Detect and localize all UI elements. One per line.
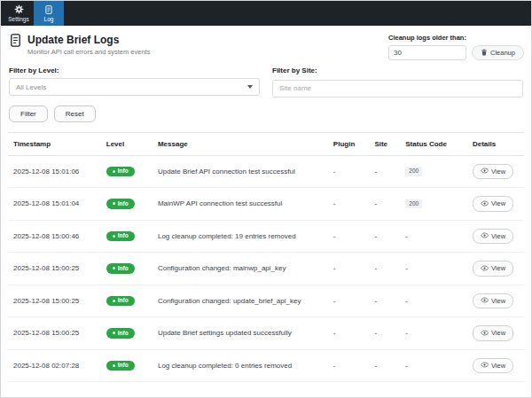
eye-icon [481, 296, 489, 306]
badge-dot-icon [113, 332, 115, 334]
status-code-badge: 200 [405, 199, 422, 209]
eye-icon [481, 231, 489, 241]
site-cell: - [369, 155, 400, 188]
status-code-badge: 200 [405, 167, 422, 176]
plugin-admin-page: Settings Log [0, 0, 532, 398]
log-row: 2025-12-08 15:00:25InfoConfiguration cha… [8, 285, 524, 317]
level-filter-label: Filter by Level: [9, 66, 260, 74]
log-row: 2025-12-08 15:00:25InfoConfiguration cha… [8, 253, 524, 285]
filter-button[interactable]: Filter [9, 105, 48, 122]
view-button[interactable]: View [473, 229, 513, 245]
timestamp-cell: 2025-12-08 15:00:46 [8, 220, 101, 253]
plugin-cell: - [328, 317, 370, 350]
view-button[interactable]: View [473, 196, 513, 212]
status-code-cell: - [400, 285, 467, 317]
view-button[interactable]: View [473, 358, 513, 374]
top-tab-bar: Settings Log [1, 1, 531, 26]
site-cell: - [369, 285, 400, 317]
timestamp-cell: 2025-12-08 15:00:25 [8, 253, 101, 285]
status-code-cell: - [400, 220, 467, 253]
plugin-cell: - [328, 188, 370, 221]
tab-settings-label: Settings [8, 16, 29, 22]
level-cell: Info [101, 155, 153, 188]
log-row: 2025-12-08 02:07:28InfoLog cleanup compl… [8, 349, 524, 382]
page-title: Update Brief Logs [27, 34, 150, 46]
tab-settings[interactable]: Settings [4, 1, 34, 26]
column-header-status-code: Status Code [400, 132, 467, 155]
cleanup-section: Cleanup logs older than: Cleanup [388, 34, 523, 60]
timestamp-cell: 2025-12-08 15:00:25 [8, 285, 101, 317]
badge-dot-icon [113, 202, 115, 205]
eye-icon [481, 264, 489, 274]
status-code-cell: - [400, 253, 467, 285]
level-cell: Info [101, 349, 153, 382]
level-cell: Info [101, 188, 153, 221]
page-header: Update Brief Logs Monitor API call error… [1, 26, 531, 64]
cleanup-days-input[interactable] [388, 45, 466, 60]
details-cell: View [467, 253, 524, 285]
status-code-cell: - [400, 317, 467, 350]
site-filter-input[interactable] [272, 80, 523, 98]
log-file-icon [44, 4, 53, 14]
plugin-cell: - [328, 253, 370, 285]
level-badge: Info [106, 263, 135, 274]
message-cell: Log cleanup completed: 0 entries removed [153, 349, 328, 382]
view-button[interactable]: View [473, 261, 513, 277]
log-row: 2025-12-08 15:01:04InfoMainWP API connec… [8, 188, 524, 221]
cleanup-button[interactable]: Cleanup [472, 45, 524, 60]
reset-button[interactable]: Reset [54, 105, 96, 122]
document-icon [9, 34, 22, 51]
level-badge: Info [106, 296, 135, 307]
eye-icon [481, 361, 489, 371]
level-cell: Info [101, 253, 153, 285]
message-cell: Configuration changed: update_brief_api_… [153, 285, 328, 317]
gear-icon [14, 4, 24, 14]
level-filter-selected-value: All Levels [16, 83, 46, 91]
eye-icon [481, 329, 489, 339]
cleanup-label: Cleanup logs older than: [388, 34, 523, 42]
badge-dot-icon [113, 267, 115, 269]
details-cell: View [467, 155, 524, 188]
site-cell: - [369, 220, 400, 253]
tab-log-label: Log [44, 16, 54, 22]
message-cell: Update Brief API connection test success… [153, 155, 328, 188]
timestamp-cell: 2025-12-08 15:01:04 [8, 188, 101, 221]
column-header-plugin: Plugin [328, 132, 370, 155]
filter-actions: Filter Reset [1, 98, 531, 122]
level-badge: Info [106, 167, 135, 177]
level-filter: Filter by Level: All Levels [9, 66, 260, 98]
site-filter: Filter by Site: [272, 66, 523, 98]
column-header-message: Message [153, 132, 328, 155]
level-cell: Info [101, 285, 153, 317]
timestamp-cell: 2025-12-08 15:01:06 [8, 155, 101, 188]
title-block: Update Brief Logs Monitor API call error… [9, 34, 150, 56]
column-header-details: Details [467, 132, 524, 155]
eye-icon [481, 199, 489, 209]
column-header-level: Level [101, 132, 153, 155]
site-cell: - [369, 349, 400, 382]
badge-dot-icon [113, 300, 115, 302]
level-cell: Info [101, 220, 153, 253]
plugin-cell: - [328, 220, 370, 253]
message-cell: Log cleanup completed: 19 entries remove… [153, 220, 328, 253]
site-cell: - [369, 253, 400, 285]
log-table: TimestampLevelMessagePluginSiteStatus Co… [8, 132, 524, 383]
filters-section: Filter by Level: All Levels Filter by Si… [1, 64, 531, 98]
badge-dot-icon [113, 235, 115, 238]
tab-log[interactable]: Log [34, 1, 64, 26]
level-filter-select[interactable]: All Levels [9, 78, 260, 96]
site-filter-label: Filter by Site: [272, 66, 523, 74]
details-cell: View [467, 188, 524, 221]
view-button[interactable]: View [473, 164, 513, 180]
message-cell: Configuration changed: mainwp_api_key [153, 253, 328, 285]
level-badge: Info [106, 231, 135, 242]
view-button[interactable]: View [473, 293, 513, 309]
message-cell: MainWP API connection test successful [153, 188, 328, 221]
chevron-down-icon [247, 85, 253, 89]
level-badge: Info [106, 199, 135, 209]
log-row: 2025-12-08 15:00:46InfoLog cleanup compl… [8, 220, 524, 253]
column-header-site: Site [369, 132, 400, 155]
level-badge: Info [106, 328, 135, 339]
view-button[interactable]: View [473, 325, 513, 341]
details-cell: View [467, 317, 524, 350]
